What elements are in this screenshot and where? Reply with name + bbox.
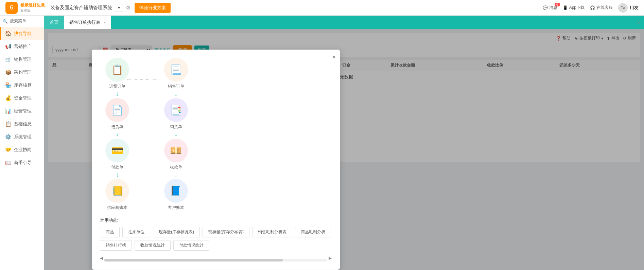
sidebar-item-label: 新手引导	[14, 160, 32, 166]
guide-icon: 📖	[5, 160, 11, 166]
payment-node: 💳 付款单	[105, 139, 129, 170]
sidebar-item-purchase[interactable]: 📦 采购管理	[0, 66, 44, 79]
arrow-down-6: ↓	[174, 170, 177, 179]
scroll-left-btn[interactable]: ◀	[100, 256, 103, 260]
customer-ledger-circle: 📘	[164, 179, 188, 203]
tab-sales-order-exec[interactable]: 销售订单执行表 ×	[64, 16, 111, 29]
supplier-ledger-node: 📒 供应商账本	[105, 179, 129, 211]
sidebar-item-operation[interactable]: 📊 经营管理	[0, 105, 44, 118]
user-area[interactable]: Ea 用友	[618, 3, 639, 13]
settings-icon-btn[interactable]: ⚙	[126, 4, 130, 11]
receipt-node: 💴 收款单	[164, 139, 188, 170]
sidebar-item-label: 系统管理	[14, 134, 32, 140]
page-content: ❓ 帮助 🖨 按模板打印 ▾ ⬆ 导出 ↺ 刷新	[44, 29, 644, 270]
brand-sub: 标准版	[20, 8, 45, 13]
search-icon: 🔍	[3, 19, 8, 24]
tab-bar-close-btn[interactable]: ×	[637, 20, 640, 25]
sidebar-search[interactable]: 🔍 搜索菜单	[0, 16, 44, 27]
marketing-icon: 📢	[5, 43, 11, 50]
sidebar-item-label: 快捷导航	[14, 31, 32, 37]
sidebar-item-system[interactable]: ⚙️ 系统管理	[0, 130, 44, 143]
sales-order-node: 📃 销售订单	[164, 58, 188, 89]
sidebar-item-enterprise[interactable]: 🤝 企业协同	[0, 143, 44, 156]
sidebar: 🔍 搜索菜单 🏠 快捷导航 📢 营销推广 🛒 销售管理 📦 采购管理 🏪	[0, 16, 44, 270]
purchase-bill-label: 进货单	[111, 124, 123, 130]
scroll-right-btn[interactable]: ▶	[329, 256, 332, 260]
tab-close-icon[interactable]: ×	[104, 20, 106, 24]
modal-box: × 📋 进货订单	[92, 50, 340, 270]
username: 用友	[630, 5, 639, 11]
sales-order-label: 销售订单	[168, 84, 184, 89]
title-area: 装备及固定资产辅助管理系统 ▾ ⚙	[50, 4, 130, 12]
payment-circle: 💳	[105, 139, 129, 162]
app-download-action[interactable]: 📱 App下载	[563, 5, 585, 11]
content-area: 首页 销售订单执行表 × × ❓ 帮助 🖨	[44, 16, 644, 270]
cf-btn-stock-dist[interactable]: 现存量(库存分布表)	[203, 227, 249, 237]
sidebar-item-label: 采购管理	[14, 69, 32, 75]
cf-btn-goods[interactable]: 商品	[100, 227, 120, 237]
cf-btn-stock-status[interactable]: 现存量(库存状况表)	[153, 227, 200, 237]
cf-btn-sales-gross[interactable]: 销售毛利分析表	[252, 227, 292, 237]
cf-btn-receipt-stat[interactable]: 收款情况统计	[135, 240, 171, 251]
top-actions: 💬 消息 6 📱 App下载 🎧 在线客服 Ea 用友	[543, 3, 639, 13]
online-service-action[interactable]: 🎧 在线客服	[590, 5, 613, 11]
arrow-down-3: ↓	[116, 170, 119, 179]
cf-btn-partner[interactable]: 往来单位	[122, 227, 150, 237]
sidebar-item-marketing[interactable]: 📢 营销推广	[0, 40, 44, 53]
service-icon: 🎧	[590, 5, 595, 10]
sidebar-item-quick-nav[interactable]: 🏠 快捷导航	[0, 27, 44, 40]
sidebar-item-finance[interactable]: 💰 资金管理	[0, 92, 44, 105]
arrow-down-5: ↓	[174, 130, 177, 139]
payment-label: 付款单	[111, 164, 123, 170]
arrow-down-4: ↓	[174, 89, 177, 98]
common-functions: 常用功能 商品 往来单位 现存量(库存状况表) 现存量(库存分布表) 销售毛利分…	[100, 217, 332, 251]
arrow-down-2: ↓	[116, 130, 119, 139]
cf-btn-sales-rank[interactable]: 销售排行榜	[100, 240, 132, 251]
sidebar-item-guide[interactable]: 📖 新手引导	[0, 156, 44, 169]
message-action[interactable]: 💬 消息 6	[543, 5, 557, 11]
customer-ledger-node: 📘 客户账本	[164, 179, 188, 211]
enterprise-icon: 🤝	[5, 147, 11, 153]
scroll-track[interactable]	[104, 259, 327, 262]
sidebar-item-label: 企业协同	[14, 147, 32, 153]
finance-icon: 💰	[5, 95, 11, 101]
app-download-label: App下载	[569, 5, 585, 11]
receipt-circle: 💴	[164, 139, 188, 162]
right-flow-col: 📃 销售订单 ↓ 📑 销货单	[159, 58, 193, 211]
app-container: 6 畅康通好生意 标准版 装备及固定资产辅助管理系统 ▾ ⚙ 体验行业方案 💬 …	[0, 0, 644, 270]
modal-close-btn[interactable]: ×	[332, 54, 336, 61]
tab-home[interactable]: 首页	[44, 16, 64, 29]
trial-button[interactable]: 体验行业方案	[135, 3, 171, 13]
system-icon: ⚙️	[5, 134, 11, 140]
flow-diagram: 📋 进货订单 ↓ 📄 进货单	[100, 58, 332, 211]
tab-bar: 首页 销售订单执行表 × ×	[44, 16, 644, 29]
sales-icon: 🛒	[5, 56, 11, 62]
purchase-bill-circle: 📄	[105, 98, 129, 122]
sales-bill-circle: 📑	[164, 98, 188, 122]
download-icon: 📱	[563, 5, 568, 10]
purchase-bill-node: 📄 进货单	[105, 98, 129, 130]
sidebar-item-basic[interactable]: 📋 基础信息	[0, 118, 44, 130]
purchase-order-label: 进货订单	[109, 84, 125, 89]
sidebar-item-inventory[interactable]: 🏪 库存核算	[0, 79, 44, 92]
purchase-icon: 📦	[5, 69, 11, 75]
top-bar: 6 畅康通好生意 标准版 装备及固定资产辅助管理系统 ▾ ⚙ 体验行业方案 💬 …	[0, 0, 644, 16]
brand-text: 畅康通好生意 标准版	[20, 2, 45, 13]
message-badge: 6	[555, 3, 560, 6]
operation-icon: 📊	[5, 108, 11, 114]
home-icon: 🏠	[5, 31, 11, 37]
cf-btn-payment-stat[interactable]: 付款情况统计	[173, 240, 209, 251]
system-dropdown-btn[interactable]: ▾	[115, 4, 123, 12]
scroll-thumb	[104, 259, 283, 262]
sidebar-item-label: 销售管理	[14, 56, 32, 62]
sidebar-item-label: 基础信息	[14, 121, 32, 127]
arrow-down-1: ↓	[116, 89, 119, 98]
sidebar-item-sales[interactable]: 🛒 销售管理	[0, 53, 44, 66]
supplier-ledger-label: 供应商账本	[107, 205, 127, 211]
main-area: 🔍 搜索菜单 🏠 快捷导航 📢 营销推广 🛒 销售管理 📦 采购管理 🏪	[0, 16, 644, 270]
arrow-h-2: ← - - -	[125, 65, 150, 93]
tab-home-label: 首页	[50, 19, 58, 25]
cf-btn-goods-gross[interactable]: 商品毛利分析	[295, 227, 331, 237]
logo-area: 6 畅康通好生意 标准版	[5, 2, 46, 14]
mid-arrows-2: ← - - -	[125, 58, 150, 93]
